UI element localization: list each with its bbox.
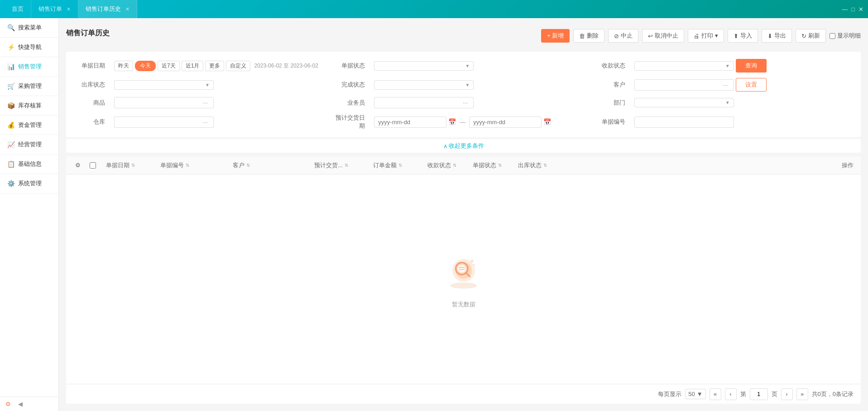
empty-text: 暂无数据 xyxy=(452,300,475,309)
chevron-up-icon: ∧ xyxy=(443,143,448,150)
trending-icon: 📈 xyxy=(7,141,14,148)
product-label: 商品 xyxy=(73,99,110,107)
delivery-date-end[interactable] xyxy=(469,116,542,128)
show-detail-checkbox[interactable]: 显示明细 xyxy=(830,32,861,40)
query-button[interactable]: 查询 xyxy=(736,59,767,73)
date-btn-today[interactable]: 今天 xyxy=(135,61,156,71)
next-page-btn[interactable]: › xyxy=(781,388,793,400)
refresh-button[interactable]: ↻ 刷新 xyxy=(796,29,826,43)
calendar-end-icon[interactable]: 📅 xyxy=(543,118,551,126)
delete-button[interactable]: 🗑 删除 xyxy=(573,29,604,43)
prev-page-icon: ‹ xyxy=(729,391,731,397)
th-out-status[interactable]: 出库状态 ⇅ xyxy=(514,161,569,169)
date-range: 2023-06-02 至 2023-06-02 xyxy=(254,62,318,70)
settings-button[interactable]: 设置 xyxy=(736,78,767,92)
sidebar-item-quick-nav[interactable]: ⚡ 快捷导航 xyxy=(0,38,58,57)
lightning-icon: ⚡ xyxy=(7,44,14,51)
export-button[interactable]: ⬇ 导出 xyxy=(762,29,792,43)
collapse-link[interactable]: ∧ 收起更多条件 xyxy=(443,142,484,150)
sidebar: 🔍 搜索菜单 ⚡ 快捷导航 📊 销售管理 🛒 采购管理 📦 库存核算 💰 资金管… xyxy=(0,18,59,411)
th-pay-status[interactable]: 收款状态 ⇅ xyxy=(424,161,469,169)
th-order-status[interactable]: 单据状态 ⇅ xyxy=(469,161,514,169)
tab-sales-order-history[interactable]: 销售订单历史 ✕ xyxy=(78,0,137,18)
cancel-icon: ↩ xyxy=(648,33,653,39)
svg-point-0 xyxy=(450,283,476,289)
date-btn-more[interactable]: 更多 xyxy=(205,61,224,71)
close-tab-history[interactable]: ✕ xyxy=(125,6,129,12)
filter-section: 单据日期 昨天 今天 近7天 近1月 更多 自定义 2023-06-02 至 2… xyxy=(66,52,861,137)
sidebar-item-operations[interactable]: 📈 经营管理 xyxy=(0,135,58,155)
maximize-btn[interactable]: □ xyxy=(851,6,855,13)
sidebar-item-basic-info[interactable]: 📋 基础信息 xyxy=(0,155,58,174)
sidebar-item-finance[interactable]: 💰 资金管理 xyxy=(0,116,58,135)
th-settings[interactable]: ⚙ xyxy=(70,162,86,169)
calendar-start-icon[interactable]: 📅 xyxy=(448,118,456,126)
th-date[interactable]: 单据日期 ⇅ xyxy=(102,161,157,169)
settings-gear-icon[interactable]: ⚙ xyxy=(75,162,81,169)
first-page-btn[interactable]: « xyxy=(710,388,721,400)
new-button[interactable]: + 新增 xyxy=(541,29,570,43)
cancel-stop-button[interactable]: ↩ 取消中止 xyxy=(642,29,684,43)
date-btn-custom[interactable]: 自定义 xyxy=(226,61,250,71)
department-select[interactable]: ▼ xyxy=(634,98,734,107)
table-container: ⚙ 单据日期 ⇅ 单据编号 ⇅ 客户 ⇅ 预计交货... xyxy=(66,156,861,404)
page-size-select[interactable]: 50 ▼ xyxy=(685,389,705,399)
top-bar: 首页 销售订单 ✕ 销售订单历史 ✕ — □ ✕ xyxy=(0,0,868,18)
out-status-select[interactable]: ▼ xyxy=(114,80,214,90)
sidebar-item-sales[interactable]: 📊 销售管理 xyxy=(0,57,58,77)
delete-icon: 🗑 xyxy=(579,33,585,39)
th-delivery-date[interactable]: 预计交货... ⇅ xyxy=(311,161,369,169)
empty-illustration xyxy=(441,250,486,295)
warehouse-dots[interactable]: ··· xyxy=(201,119,210,126)
sidebar-settings-icon[interactable]: ⚙ xyxy=(5,401,11,407)
tab-home[interactable]: 首页 xyxy=(5,0,31,18)
import-button[interactable]: ⬆ 导入 xyxy=(728,29,758,43)
delivery-date-start[interactable] xyxy=(374,116,446,128)
warehouse-select[interactable]: ··· xyxy=(114,116,214,128)
sidebar-item-purchase[interactable]: 🛒 采购管理 xyxy=(0,77,58,96)
customer-select[interactable]: ··· xyxy=(634,79,734,91)
content-area: 销售订单历史 + 新增 🗑 删除 ⊘ 中止 ↩ 取消中止 🖨 打印 ▾ xyxy=(59,18,868,411)
warehouse-label: 仓库 xyxy=(73,118,110,126)
table-footer: 每页显示 50 ▼ « ‹ 第 页 › » xyxy=(66,384,861,404)
salesperson-dots[interactable]: ··· xyxy=(461,99,470,106)
order-status-select[interactable]: ▼ xyxy=(374,61,474,71)
order-no-input[interactable] xyxy=(634,116,734,128)
th-checkbox[interactable] xyxy=(86,162,102,169)
last-page-btn[interactable]: » xyxy=(796,388,808,400)
salesperson-select[interactable]: ··· xyxy=(374,97,474,108)
complete-status-select[interactable]: ▼ xyxy=(374,80,474,90)
stop-button[interactable]: ⊘ 中止 xyxy=(608,29,638,43)
sidebar-item-search[interactable]: 🔍 搜索菜单 xyxy=(0,18,58,38)
sidebar-item-system[interactable]: ⚙️ 系统管理 xyxy=(0,174,58,193)
prev-page-btn[interactable]: ‹ xyxy=(725,388,737,400)
th-customer[interactable]: 客户 ⇅ xyxy=(229,161,311,169)
date-btn-7days[interactable]: 近7天 xyxy=(158,61,180,71)
date-btn-yesterday[interactable]: 昨天 xyxy=(114,61,133,71)
delivery-date-label: 预计交货日期 xyxy=(333,114,369,130)
customer-dots[interactable]: ··· xyxy=(721,82,730,88)
minimize-btn[interactable]: — xyxy=(842,6,848,13)
clipboard-icon: 📋 xyxy=(7,160,14,168)
sidebar-collapse-icon[interactable]: ◀ xyxy=(18,401,23,407)
page-input[interactable] xyxy=(750,388,768,400)
department-label: 部门 xyxy=(594,99,630,107)
th-amount[interactable]: 订单金额 ⇅ xyxy=(369,161,424,169)
page-suffix: 页 xyxy=(772,390,777,398)
close-tab-sales-order[interactable]: ✕ xyxy=(67,6,71,12)
date-btn-1month[interactable]: 近1月 xyxy=(182,61,204,71)
import-icon: ⬆ xyxy=(734,33,739,39)
print-button[interactable]: 🖨 打印 ▾ xyxy=(688,29,724,43)
payment-status-select[interactable]: ▼ xyxy=(634,61,734,71)
tab-sales-order[interactable]: 销售订单 ✕ xyxy=(31,0,78,18)
product-select[interactable]: ··· xyxy=(114,97,214,108)
close-btn[interactable]: ✕ xyxy=(858,6,863,13)
show-detail-input[interactable] xyxy=(830,33,835,39)
select-all-checkbox[interactable] xyxy=(90,162,96,169)
product-dots[interactable]: ··· xyxy=(201,99,210,106)
refresh-icon: ↻ xyxy=(801,33,806,39)
toolbar: + 新增 🗑 删除 ⊘ 中止 ↩ 取消中止 🖨 打印 ▾ xyxy=(541,25,861,46)
sidebar-item-inventory[interactable]: 📦 库存核算 xyxy=(0,96,58,116)
th-order-no[interactable]: 单据编号 ⇅ xyxy=(157,161,229,169)
total-text: 共0页，0条记录 xyxy=(812,390,854,398)
